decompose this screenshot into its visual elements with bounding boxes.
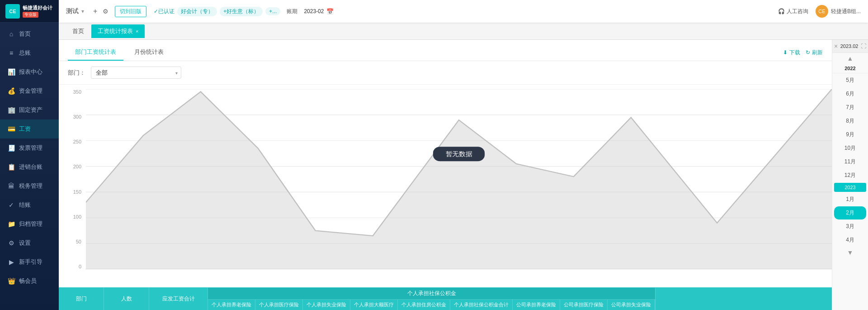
archive-nav-icon: 📁 (7, 220, 15, 228)
sidebar-item-invoice[interactable]: 🧾 发票管理 (0, 138, 59, 157)
panel-close-btn[interactable]: × (834, 43, 838, 50)
help-button[interactable]: 🎧 人工咨询 (778, 8, 808, 15)
year-2022-label: 2022 (832, 64, 868, 73)
sidebar-item-ledger[interactable]: ≡ 总账 (0, 43, 59, 62)
sidebar-item-home[interactable]: ⌂ 首页 (0, 24, 59, 43)
y-label-300: 300 (68, 114, 81, 119)
tag-1: 好会计（专） (177, 7, 217, 16)
home-nav-label: 首页 (19, 30, 31, 38)
avatar: CE (816, 5, 828, 18)
settings-nav-icon: ⚙ (7, 239, 15, 247)
topbar-right: 🎧 人工咨询 CE 轻捷通B组... (778, 5, 861, 18)
switch-version-button[interactable]: 切到旧版 (115, 6, 146, 17)
y-label-150: 150 (68, 189, 81, 195)
panel-down-btn[interactable]: ▼ (832, 247, 868, 258)
download-button[interactable]: ⬇ 下载 (783, 49, 800, 57)
chart-svg: 暂无数据 (86, 89, 832, 269)
y-label-100: 100 (68, 214, 81, 219)
tab-salary-report[interactable]: 工资统计报表 × (91, 24, 145, 38)
close-nav-icon: ✓ (7, 201, 15, 209)
tag-2: +好生意（标） (220, 7, 263, 16)
settings-nav-label: 设置 (19, 239, 31, 247)
sidebar-item-finance[interactable]: 💰 资金管理 (0, 81, 59, 100)
month-2022-10[interactable]: 10月 (834, 142, 866, 155)
period-label: 账期 (287, 8, 297, 15)
topbar-title: 测试 (66, 7, 79, 15)
sidebar-item-tax[interactable]: 🏛 税务管理 (0, 176, 59, 196)
member-nav-icon: 👑 (7, 277, 15, 285)
panel-up-btn[interactable]: ▲ (832, 53, 868, 64)
settings-icon[interactable]: ⚙ (100, 7, 111, 16)
month-2022-09[interactable]: 9月 (834, 128, 866, 141)
month-2022-07[interactable]: 7月 (834, 101, 866, 114)
tab-home[interactable]: 首页 (66, 24, 90, 38)
assets-nav-icon: 🏢 (7, 106, 15, 114)
month-2022-08[interactable]: 8月 (834, 114, 866, 128)
salary-nav-label: 工资 (19, 125, 31, 133)
sidebar-item-guide[interactable]: ▶ 新手引导 (0, 253, 59, 272)
content-area: 部门工资统计表 月份统计表 ⬇ 下载 ↻ 刷新 部门： 全部 销售部 财 (59, 40, 832, 310)
calendar-icon[interactable]: 📅 (326, 8, 334, 15)
topbar: 测试 ▾ + ⚙ 切到旧版 ✓已认证 好会计（专） +好生意（标） +... 账… (59, 0, 868, 23)
refresh-icon: ↻ (806, 49, 810, 56)
tab-close-icon[interactable]: × (136, 29, 138, 34)
period-value: 2023-02 (304, 8, 324, 14)
col-personal-major-medical: 个人承担大额医疗 (350, 300, 398, 310)
sidebar-item-close[interactable]: ✓ 结账 (0, 196, 59, 215)
logo-text: 畅捷通好会计 专业版 (23, 5, 52, 18)
panel-expand-btn[interactable]: ⛶ (861, 43, 866, 49)
col-company-pension: 公司承担养老保险 (513, 300, 560, 310)
filter-row: 部门： 全部 销售部 财务部 人事部 技术部 ▾ (59, 61, 832, 85)
sidebar-item-archive[interactable]: 📁 归档管理 (0, 215, 59, 234)
sidebar-item-salary[interactable]: 💳 工资 (0, 119, 59, 138)
sub-tab-monthly[interactable]: 月份统计表 (127, 44, 171, 61)
y-label-0: 0 (68, 264, 81, 269)
col-personal-unemployment: 个人承担失业保险 (303, 300, 350, 310)
salary-nav-icon: 💳 (7, 125, 15, 133)
verify-status: ✓已认证 (154, 8, 175, 15)
month-2022-12[interactable]: 12月 (834, 169, 866, 182)
month-2023-02[interactable]: 2月 (834, 206, 866, 219)
month-2022-11[interactable]: 11月 (834, 155, 866, 168)
col-company-unemployment: 公司承担失业保险 (608, 300, 655, 310)
main-content: 部门工资统计表 月份统计表 ⬇ 下载 ↻ 刷新 部门： 全部 销售部 财 (59, 40, 868, 310)
panel-year-label: 2023.02 (840, 43, 859, 49)
sidebar-item-assets[interactable]: 🏢 固定资产 (0, 100, 59, 119)
col-department: 部门 (59, 287, 104, 310)
reports-nav-icon: 📊 (7, 68, 15, 76)
tax-nav-icon: 🏛 (7, 182, 15, 190)
col-personal-total: 个人承担社保公积金合计 (450, 300, 513, 310)
headset-icon: 🎧 (778, 8, 785, 14)
sub-tab-actions: ⬇ 下载 ↻ 刷新 (783, 49, 823, 57)
month-2023-04[interactable]: 4月 (834, 234, 866, 247)
user-name[interactable]: 轻捷通B组... (831, 8, 861, 15)
y-label-350: 350 (68, 89, 81, 95)
month-2023-03[interactable]: 3月 (834, 220, 866, 233)
col-personal-pension: 个人承担养老保险 (208, 300, 255, 310)
sidebar-item-member[interactable]: 👑 畅会员 (0, 272, 59, 291)
department-label: 部门： (68, 69, 85, 77)
sidebar-item-sales[interactable]: 📋 进销台账 (0, 157, 59, 176)
add-button[interactable]: + (90, 6, 100, 16)
month-2022-05[interactable]: 5月 (834, 74, 866, 87)
tax-nav-label: 税务管理 (19, 182, 42, 190)
finance-nav-icon: 💰 (7, 87, 15, 95)
tabs-bar: 首页 工资统计报表 × (59, 23, 868, 40)
sidebar-item-settings[interactable]: ⚙ 设置 (0, 234, 59, 253)
refresh-button[interactable]: ↻ 刷新 (806, 49, 823, 57)
right-panel: × 2023.02 ⛶ ▲ 2022 5月 6月 7月 8月 9月 10月 11… (832, 40, 868, 310)
month-2023-01[interactable]: 1月 (834, 193, 866, 206)
sidebar-navigation: ⌂ 首页 ≡ 总账 📊 报表中心 💰 资金管理 🏢 固定资产 💳 工资 🧾 发票… (0, 23, 59, 310)
month-2022-06[interactable]: 6月 (834, 87, 866, 100)
group-sub-cols: 个人承担养老保险 个人承担医疗保险 个人承担失业保险 个人承担大额医疗 个人承担… (208, 300, 655, 310)
sub-tab-department[interactable]: 部门工资统计表 (68, 44, 123, 61)
department-select[interactable]: 全部 销售部 财务部 人事部 技术部 (91, 67, 181, 79)
y-label-50: 50 (68, 239, 81, 244)
user-area: CE 轻捷通B组... (816, 5, 861, 18)
year-2023-label[interactable]: 2023 (834, 183, 866, 192)
svg-text:暂无数据: 暂无数据 (446, 151, 472, 157)
sidebar-item-reports[interactable]: 📊 报表中心 (0, 62, 59, 81)
close-nav-label: 结账 (19, 201, 31, 209)
table-footer: 部门 人数 应发工资合计 个人承担社保公积金 个人承担养老保险 个人承担医疗保险… (59, 287, 832, 310)
sales-nav-icon: 📋 (7, 163, 15, 171)
